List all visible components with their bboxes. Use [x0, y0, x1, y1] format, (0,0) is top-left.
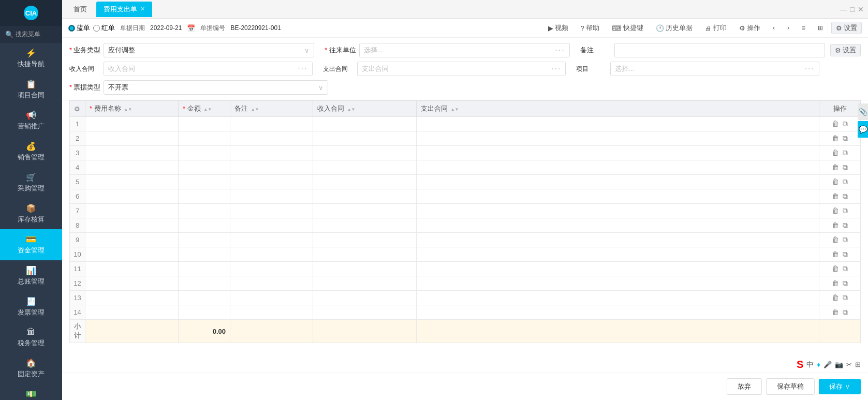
- income-contract-cell[interactable]: [313, 146, 417, 160]
- expense-name-cell[interactable]: [85, 262, 179, 276]
- blue-bill-radio[interactable]: 蓝单: [68, 23, 90, 33]
- notes-input[interactable]: [614, 43, 825, 57]
- notes-cell[interactable]: [230, 291, 313, 305]
- income-contract-cell[interactable]: [313, 160, 417, 175]
- expense-contract-cell[interactable]: [417, 262, 819, 276]
- copy-icon[interactable]: ⧉: [843, 206, 848, 215]
- delete-icon[interactable]: 🗑: [832, 163, 839, 171]
- delete-icon[interactable]: 🗑: [832, 206, 839, 215]
- copy-icon[interactable]: ⧉: [843, 149, 848, 157]
- delete-icon[interactable]: 🗑: [832, 293, 839, 302]
- tab-close-icon[interactable]: ✕: [140, 6, 145, 12]
- expense-contract-more-icon[interactable]: ···: [551, 64, 561, 73]
- copy-icon[interactable]: ⧉: [843, 264, 848, 273]
- delete-icon[interactable]: 🗑: [832, 264, 839, 273]
- amount-cell[interactable]: [179, 175, 230, 189]
- delete-icon[interactable]: 🗑: [832, 279, 839, 287]
- amount-cell[interactable]: [179, 291, 230, 305]
- copy-icon[interactable]: ⧉: [843, 192, 848, 200]
- float-btn-1[interactable]: 📎: [858, 103, 868, 120]
- copy-icon[interactable]: ⧉: [843, 235, 848, 244]
- sidebar-item-sales-promo[interactable]: 📢 营销推广: [0, 105, 62, 136]
- sidebar-search[interactable]: 🔍 搜索菜单: [0, 26, 62, 43]
- window-close-btn[interactable]: ✕: [858, 5, 864, 13]
- expense-contract-cell[interactable]: [417, 218, 819, 233]
- expense-contract-cell[interactable]: [417, 189, 819, 204]
- sort-icon[interactable]: ▲▼: [124, 107, 132, 112]
- expense-contract-cell[interactable]: [417, 117, 819, 131]
- sidebar-item-purchase-mgmt[interactable]: 🛒 采购管理: [0, 167, 62, 198]
- sort-icon[interactable]: ▲▼: [451, 107, 459, 112]
- expense-contract-cell[interactable]: [417, 146, 819, 160]
- income-contract-cell[interactable]: [313, 233, 417, 247]
- delete-icon[interactable]: 🗑: [832, 120, 839, 128]
- view-grid-btn[interactable]: ⊞: [814, 23, 827, 33]
- delete-icon[interactable]: 🗑: [832, 177, 839, 186]
- invoice-type-select[interactable]: 不开票 ∨: [104, 80, 328, 95]
- copy-icon[interactable]: ⧉: [843, 293, 848, 302]
- project-input[interactable]: 选择... ···: [610, 62, 819, 76]
- notes-cell[interactable]: [230, 117, 313, 131]
- income-contract-cell[interactable]: [313, 291, 417, 305]
- expense-contract-input[interactable]: 支出合同 ···: [357, 62, 566, 76]
- income-contract-more-icon[interactable]: ···: [298, 64, 307, 73]
- amount-cell[interactable]: [179, 262, 230, 276]
- float-btn-2[interactable]: 💬: [858, 121, 868, 138]
- sidebar-item-quick-nav[interactable]: ⚡ 快捷导航: [0, 43, 62, 74]
- expense-name-cell[interactable]: [85, 291, 179, 305]
- sidebar-item-invoice-mgmt[interactable]: 🧾 发票管理: [0, 291, 62, 322]
- notes-cell[interactable]: [230, 204, 313, 218]
- notes-cell[interactable]: [230, 305, 313, 320]
- notes-cell[interactable]: [230, 146, 313, 160]
- field-settings-btn[interactable]: ⚙ 设置: [830, 44, 861, 56]
- expense-name-cell[interactable]: [85, 160, 179, 175]
- settings-button[interactable]: ⚙ 设置: [831, 22, 862, 34]
- income-contract-cell[interactable]: [313, 204, 417, 218]
- expense-name-cell[interactable]: [85, 146, 179, 160]
- delete-icon[interactable]: 🗑: [832, 250, 839, 258]
- print-btn[interactable]: 🖨 打印: [701, 22, 731, 34]
- save-draft-button[interactable]: 保存草稿: [766, 378, 815, 395]
- sort-icon[interactable]: ▲▼: [251, 107, 259, 112]
- notes-cell[interactable]: [230, 218, 313, 233]
- copy-icon[interactable]: ⧉: [843, 120, 848, 128]
- window-minimize-btn[interactable]: —: [840, 5, 847, 13]
- amount-cell[interactable]: [179, 160, 230, 175]
- income-contract-cell[interactable]: [313, 247, 417, 262]
- income-contract-input[interactable]: 收入合同 ···: [104, 62, 313, 76]
- copy-icon[interactable]: ⧉: [843, 134, 848, 142]
- notes-cell[interactable]: [230, 189, 313, 204]
- sidebar-item-ledger-mgmt[interactable]: 📊 总账管理: [0, 260, 62, 291]
- expense-name-cell[interactable]: [85, 233, 179, 247]
- sidebar-item-tax-mgmt[interactable]: 🏛 税务管理: [0, 322, 62, 353]
- expense-contract-cell[interactable]: [417, 305, 819, 320]
- sidebar-item-sales-mgmt[interactable]: 💰 销售管理: [0, 136, 62, 167]
- expense-name-cell[interactable]: [85, 218, 179, 233]
- expense-name-cell[interactable]: [85, 276, 179, 291]
- delete-icon[interactable]: 🗑: [832, 308, 839, 316]
- expense-contract-cell[interactable]: [417, 247, 819, 262]
- notes-cell[interactable]: [230, 262, 313, 276]
- business-type-select[interactable]: 应付调整 ∨: [104, 43, 314, 57]
- amount-cell[interactable]: [179, 218, 230, 233]
- copy-icon[interactable]: ⧉: [843, 163, 848, 171]
- income-contract-cell[interactable]: [313, 175, 417, 189]
- red-bill-radio[interactable]: 红单: [93, 23, 115, 33]
- delete-icon[interactable]: 🗑: [832, 134, 839, 142]
- nav-next-btn[interactable]: ›: [783, 23, 793, 33]
- calendar-icon[interactable]: 📅: [187, 24, 195, 32]
- delete-icon[interactable]: 🗑: [832, 221, 839, 229]
- col-gear[interactable]: ⚙: [70, 101, 85, 117]
- amount-cell[interactable]: [179, 247, 230, 262]
- amount-cell[interactable]: [179, 189, 230, 204]
- help-btn[interactable]: ? 帮助: [577, 22, 604, 34]
- sidebar-item-capital-mgmt[interactable]: 💳 资金管理: [0, 229, 62, 260]
- video-btn[interactable]: ▶ 视频: [544, 22, 572, 34]
- delete-icon[interactable]: 🗑: [832, 192, 839, 200]
- notes-cell[interactable]: [230, 276, 313, 291]
- copy-icon[interactable]: ⧉: [843, 177, 848, 186]
- notes-cell[interactable]: [230, 247, 313, 262]
- window-maximize-btn[interactable]: □: [850, 5, 855, 13]
- view-list-btn[interactable]: ≡: [798, 23, 810, 33]
- expense-contract-cell[interactable]: [417, 160, 819, 175]
